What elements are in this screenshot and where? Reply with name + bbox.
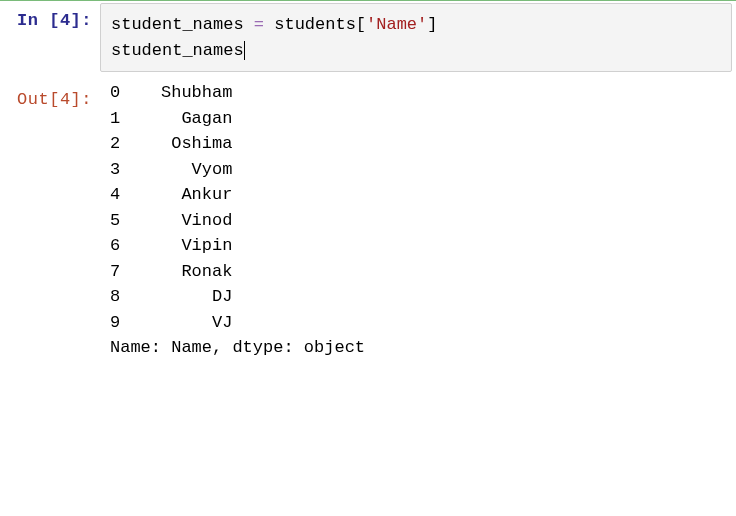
output-line: 8 DJ — [110, 287, 232, 306]
code-token: ] — [427, 15, 437, 34]
output-line: 9 VJ — [110, 313, 232, 332]
output-line: 2 Oshima — [110, 134, 232, 153]
output-text: 0 Shubham 1 Gagan 2 Oshima 3 Vyom 4 Anku… — [100, 80, 736, 361]
code-token: ' — [417, 15, 427, 34]
code-token: student_names — [111, 15, 244, 34]
output-cell: Out[4]: 0 Shubham 1 Gagan 2 Oshima 3 Vyo… — [0, 80, 736, 361]
code-token: [ — [356, 15, 366, 34]
output-line: 4 Ankur — [110, 185, 232, 204]
output-line: 3 Vyom — [110, 160, 232, 179]
output-line: 6 Vipin — [110, 236, 232, 255]
output-line: 1 Gagan — [110, 109, 232, 128]
code-input[interactable]: student_names = students['Name'] student… — [100, 3, 732, 72]
output-line: Name: Name, dtype: object — [110, 338, 365, 357]
code-token: students — [274, 15, 356, 34]
input-cell: In [4]: student_names = students['Name']… — [0, 0, 736, 72]
code-token: ' — [366, 15, 376, 34]
output-line: 7 Ronak — [110, 262, 232, 281]
output-line: 0 Shubham — [110, 83, 232, 102]
text-cursor — [244, 41, 245, 60]
output-line: 5 Vinod — [110, 211, 232, 230]
code-token: student_names — [111, 41, 244, 60]
code-token: = — [254, 15, 264, 34]
output-prompt: Out[4]: — [0, 80, 100, 109]
input-prompt: In [4]: — [0, 1, 100, 30]
code-token: Name — [376, 15, 417, 34]
